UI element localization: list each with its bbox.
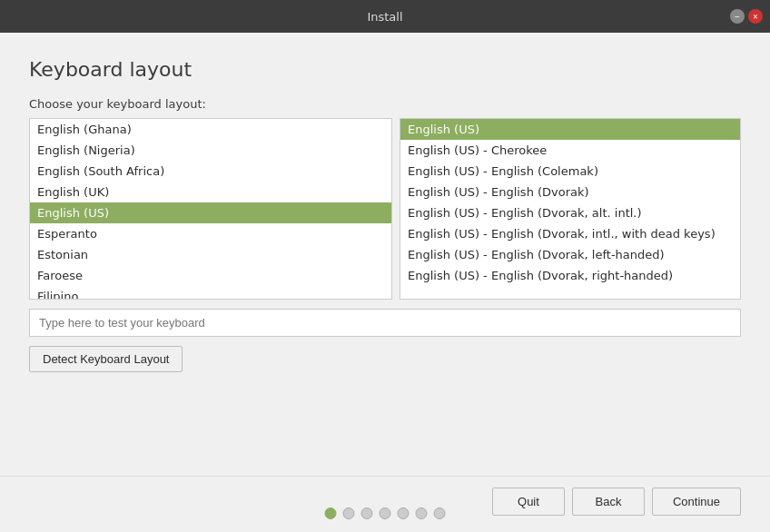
list-item[interactable]: Filipino	[30, 286, 391, 300]
progress-dot-1	[325, 507, 337, 519]
progress-dot-6	[416, 507, 428, 519]
back-button[interactable]: Back	[572, 488, 645, 516]
bottom-bar: Quit Back Continue	[0, 476, 770, 532]
progress-dot-4	[380, 507, 391, 519]
list-item[interactable]: English (US)	[400, 119, 740, 140]
language-list[interactable]: English (Ghana)English (Nigeria)English …	[29, 118, 392, 300]
progress-dot-7	[434, 507, 446, 519]
test-input-container	[29, 309, 741, 337]
keyboard-test-input[interactable]	[29, 309, 741, 337]
titlebar-buttons: − ×	[730, 9, 763, 24]
detect-btn-container: Detect Keyboard Layout	[29, 337, 741, 372]
list-item[interactable]: English (Ghana)	[30, 119, 391, 140]
quit-button[interactable]: Quit	[492, 488, 565, 516]
progress-dot-5	[398, 507, 410, 519]
lists-container: English (Ghana)English (Nigeria)English …	[29, 118, 741, 300]
page-title: Keyboard layout	[29, 58, 741, 81]
progress-dot-3	[361, 507, 373, 519]
list-item[interactable]: English (Nigeria)	[30, 140, 391, 161]
list-item[interactable]: English (US) - English (Colemak)	[400, 161, 740, 182]
variant-list[interactable]: English (US)English (US) - CherokeeEngli…	[400, 118, 741, 300]
minimize-button[interactable]: −	[730, 9, 745, 24]
list-item[interactable]: English (US) - English (Dvorak, left-han…	[400, 244, 740, 265]
progress-dot-2	[343, 507, 355, 519]
list-item[interactable]: Estonian	[30, 244, 391, 265]
list-item[interactable]: English (US) - English (Dvorak, right-ha…	[400, 265, 740, 286]
list-item[interactable]: English (US) - Cherokee	[400, 140, 740, 161]
list-item[interactable]: English (US)	[30, 202, 391, 223]
list-item[interactable]: English (US) - English (Dvorak)	[400, 182, 740, 202]
continue-button[interactable]: Continue	[652, 488, 741, 516]
close-button[interactable]: ×	[748, 9, 763, 24]
content-area: Keyboard layout Choose your keyboard lay…	[0, 33, 770, 476]
list-item[interactable]: English (US) - English (Dvorak, alt. int…	[400, 202, 740, 223]
detect-keyboard-button[interactable]: Detect Keyboard Layout	[29, 346, 183, 372]
list-item[interactable]: English (UK)	[30, 182, 391, 202]
choose-label: Choose your keyboard layout:	[29, 97, 741, 111]
list-item[interactable]: English (US) - English (Dvorak, intl., w…	[400, 223, 740, 244]
titlebar: Install − ×	[0, 0, 770, 33]
list-item[interactable]: Esperanto	[30, 223, 391, 244]
progress-dots	[325, 507, 446, 519]
window-title: Install	[367, 10, 402, 24]
list-item[interactable]: English (South Africa)	[30, 161, 391, 182]
install-window: Install − × Keyboard layout Choose your …	[0, 0, 770, 532]
list-item[interactable]: Faroese	[30, 265, 391, 286]
